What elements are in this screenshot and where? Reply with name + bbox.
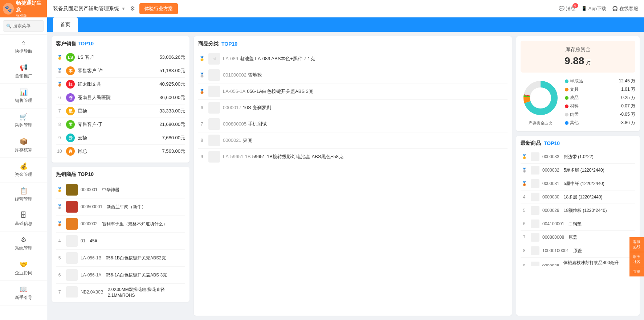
sidebar-item-management[interactable]: 📋 经营管理 — [0, 182, 47, 207]
product-row: 4 01 45# — [56, 233, 185, 250]
sidebar-item-enterprise[interactable]: 🤝 企业协同 — [0, 256, 47, 281]
sidebar-item-base-info[interactable]: 🗄 基础信息 — [0, 207, 47, 231]
client-badge: 零 — [66, 66, 75, 75]
new-product-row: 8 10000100001 原盖 — [521, 244, 635, 258]
bronze-medal-icon: 🥉 — [57, 82, 62, 87]
header-right: 💬 消息 6 📱 App下载 🎧 在线客服 — [559, 5, 638, 12]
np-image — [531, 179, 539, 188]
np-image — [531, 193, 539, 201]
product-image-sm — [208, 151, 220, 163]
gold-medal-icon: 🥇 — [57, 55, 62, 60]
dropdown-arrow-icon: ▼ — [121, 6, 126, 11]
sold-product-row: 6 000001710S 变刹罗刹 — [198, 100, 508, 116]
new-products-card: 最新商品 TOP10 🥇 0000033 封边带 (1.0*22) 🥈 0000… — [516, 136, 640, 316]
main-area: 装备及固定资产辅助管理系统 ▼ ⚙ 体验行业方案 💬 消息 6 📱 App下载 … — [47, 0, 644, 320]
settings-icon[interactable]: ⚙ — [130, 5, 135, 12]
message-button[interactable]: 💬 消息 6 — [559, 5, 575, 12]
search-icon: 🔍 — [6, 24, 12, 29]
client-row: 9 云 云扬 7,680.00元 — [56, 131, 185, 145]
sidebar-item-system[interactable]: ⚙ 系统管理 — [0, 231, 47, 256]
live-stream-button[interactable]: 直播 — [629, 267, 644, 276]
product-image-sm — [208, 118, 220, 130]
cart-icon: 🛒 — [20, 113, 28, 121]
new-product-row: 9 0000028 体械嘉枝味苏打饮品400毫升（1*15） — [521, 258, 635, 266]
hot-products-list: 🥇 0000001 中华神器 🥈 000500001 新西兰牛肉（新牛） 🥉 — [56, 181, 185, 298]
np-image — [531, 220, 539, 228]
sidebar-logo: 🐾 畅捷通好生意 标准版 — [0, 0, 47, 17]
client-badge: LS — [66, 53, 75, 62]
legend-row: 半成品 12.45 万 — [565, 77, 635, 85]
sidebar-item-finance[interactable]: 💰 资金管理 — [0, 158, 47, 182]
sidebar: 🐾 畅捷通好生意 标准版 🔍 搜索菜单 ⌂ 快捷导航 📢 营销推广 📊 销售管理… — [0, 0, 47, 320]
legend-row: 肉类 -0.05 万 — [565, 110, 635, 119]
np-image — [531, 262, 539, 266]
product-image — [66, 235, 78, 247]
search-menu-button[interactable]: 🔍 搜索菜单 — [3, 20, 44, 32]
home-icon: ⌂ — [21, 39, 25, 47]
legend-row: 文具 1.01 万 — [565, 85, 635, 94]
product-row: 🥉 0000002 智利车子里（规格不知道填什么） — [56, 216, 185, 233]
np-image — [531, 233, 539, 242]
new-product-row: 4 0000030 18多层 (1220*2440) — [521, 190, 635, 204]
tab-home[interactable]: 首页 — [53, 17, 78, 32]
book-icon: 📖 — [20, 285, 28, 293]
top-clients-title: 客户销售 TOP10 — [56, 41, 185, 47]
product-image — [66, 201, 78, 213]
service-community-button[interactable]: 服务社区 — [629, 252, 644, 267]
float-action-buttons: 客服热线 服务社区 直播 — [629, 237, 644, 276]
client-row: 🥇 LS LS 客户 53,006.26元 — [56, 51, 185, 64]
product-image-sm — [208, 102, 220, 114]
new-products-list: 🥇 0000033 封边带 (1.0*22) 🥈 0000032 5厘多层 (1… — [521, 150, 635, 266]
sold-product-row: 9 LA-59651-1B59651-1B旋转投影灯电池盒 ABS黑色+58克 — [198, 149, 508, 165]
inventory-chart: 库存资金占比 半成品 12.45 万 文具 1.01 万 成品 — [521, 77, 635, 127]
hot-products-card: 热销商品 TOP10 🥇 0000001 中华神器 🥈 000500001 新西… — [52, 167, 189, 302]
legend-row: 材料 0.07 万 — [565, 102, 635, 110]
sold-product-row: 8 0000021夹克 — [198, 132, 508, 149]
money-icon: 💰 — [20, 162, 28, 170]
sidebar-item-guide[interactable]: 📖 新手引导 — [0, 281, 47, 305]
inventory-total-block: 库存总资金 9.88 万 — [521, 41, 635, 73]
sidebar-item-marketing[interactable]: 📢 营销推广 — [0, 59, 47, 84]
inventory-card: 库存总资金 9.88 万 — [516, 36, 640, 131]
megaphone-icon: 📢 — [20, 63, 28, 71]
tab-bar: 首页 — [47, 17, 644, 32]
donut-chart — [521, 78, 561, 118]
product-row: 7 NB2.0X30B 2.0X30MM双搓花轴.搓花直径2.1MM/ROHS — [56, 284, 185, 298]
product-row: 5 LA-056-1B 056-1B白色按键开关壳ABS2克 — [56, 250, 185, 267]
chart-icon: 📊 — [20, 88, 28, 96]
top-sold-title: 商品分类 TOP10 — [198, 41, 508, 47]
online-service-button[interactable]: 🎧 在线客服 — [612, 5, 638, 12]
client-badge: 红 — [66, 80, 75, 89]
product-image — [66, 269, 78, 281]
new-product-row: 7 000800008 原盖 — [521, 231, 635, 244]
client-badge: 零 — [66, 120, 75, 129]
database-icon: 🗄 — [20, 212, 27, 219]
system-selector[interactable]: 装备及固定资产辅助管理系统 ▼ — [53, 5, 126, 12]
sidebar-item-sales[interactable]: 📊 销售管理 — [0, 84, 47, 108]
box-icon: 📦 — [20, 138, 28, 145]
sidebar-item-quick-nav[interactable]: ⌂ 快捷导航 — [0, 35, 47, 59]
trial-button[interactable]: 体验行业方案 — [139, 3, 178, 14]
right-column: 库存总资金 9.88 万 — [516, 36, 640, 316]
client-row: 🥈 零 零售客户-许 51,183.00元 — [56, 64, 185, 78]
logo-icon: 🐾 — [3, 3, 14, 15]
handshake-icon: 🤝 — [20, 260, 28, 268]
new-product-row: 🥇 0000033 封边带 (1.0*22) — [521, 150, 635, 164]
top-clients-card: 客户销售 TOP10 🥇 LS LS 客户 53,006.26元 🥈 零 零售客… — [52, 36, 189, 163]
sidebar-item-purchase[interactable]: 🛒 采购管理 — [0, 108, 47, 133]
sidebar-item-inventory[interactable]: 📦 库存核算 — [0, 133, 47, 158]
app-download-button[interactable]: 📱 App下载 — [581, 5, 606, 12]
product-image — [66, 218, 78, 230]
inventory-legend: 半成品 12.45 万 文具 1.01 万 成品 0.25 万 材料 — [565, 77, 635, 127]
top-sold-list: 🥇 Ai LA-089电池盖 LA-089 ABS本色+黑种 7.1克 🥈 00… — [198, 51, 508, 165]
client-badge: 云 — [66, 134, 75, 142]
np-image — [531, 166, 539, 175]
np-image — [531, 246, 539, 255]
sold-product-row: 🥇 Ai LA-089电池盖 LA-089 ABS本色+黑种 7.1克 — [198, 51, 508, 67]
product-image-sm — [208, 86, 220, 97]
gear-icon: ⚙ — [21, 236, 27, 244]
legend-row: 成品 0.25 万 — [565, 94, 635, 102]
customer-service-button[interactable]: 客服热线 — [629, 237, 644, 252]
product-image — [66, 252, 78, 264]
clipboard-icon: 📋 — [20, 187, 28, 195]
